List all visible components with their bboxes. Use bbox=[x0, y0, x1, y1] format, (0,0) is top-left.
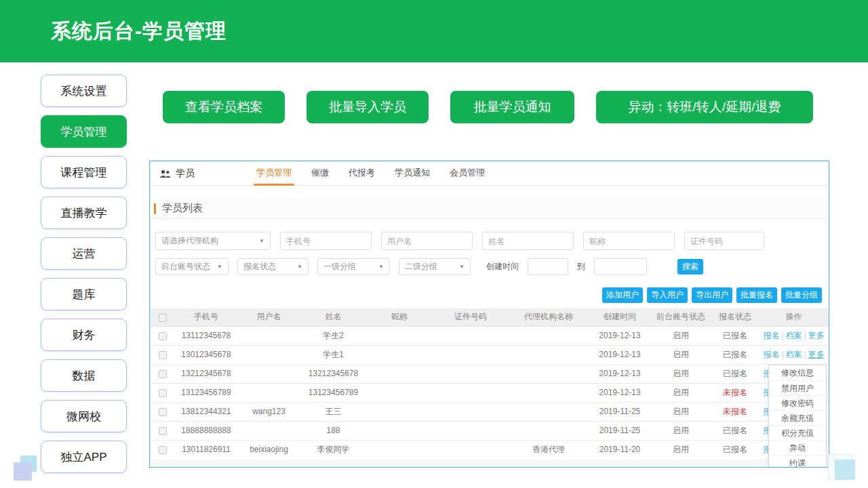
reg-status-select-value: 报名状态 bbox=[243, 261, 276, 272]
row-checkbox[interactable] bbox=[159, 446, 167, 454]
ops-separator: | bbox=[781, 331, 783, 340]
group-level2-select[interactable]: 二级分组 ▼ bbox=[399, 258, 471, 275]
row-checkbox[interactable] bbox=[159, 370, 167, 378]
sidebar-item-finance[interactable]: 财务 bbox=[41, 319, 127, 351]
cell-agency bbox=[508, 421, 589, 440]
enroll-link[interactable]: 报名 bbox=[763, 350, 779, 359]
menu-item-disable-user[interactable]: 禁用用户 bbox=[769, 380, 826, 395]
sidebar-item-standalone-app[interactable]: 独立APP bbox=[41, 441, 127, 473]
batch-enroll-button[interactable]: 批量报名 bbox=[736, 287, 777, 303]
cell-agency bbox=[508, 383, 589, 402]
sidebar: 系统设置 学员管理 课程管理 直播教学 运营 题库 财务 数据 微网校 独立AP… bbox=[41, 75, 127, 481]
view-student-archive-button[interactable]: 查看学员档案 bbox=[163, 91, 285, 123]
batch-student-notice-button[interactable]: 批量学员通知 bbox=[450, 91, 574, 123]
sidebar-item-question-bank[interactable]: 题库 bbox=[41, 278, 127, 310]
row-checkbox[interactable] bbox=[159, 332, 167, 340]
username-filter-input[interactable] bbox=[381, 232, 473, 250]
menu-item-balance-recharge[interactable]: 余额充值 bbox=[769, 410, 826, 425]
name-filter-input[interactable] bbox=[482, 232, 574, 250]
tab-student-management[interactable]: 学员管理 bbox=[255, 161, 293, 186]
reg-status-select[interactable]: 报名状态 ▼ bbox=[237, 258, 309, 275]
chevron-down-icon: ▼ bbox=[217, 264, 222, 270]
import-users-button[interactable]: 导入用户 bbox=[647, 287, 688, 303]
more-link[interactable]: 更多 bbox=[808, 331, 825, 340]
cell-phone: 13112345678 bbox=[176, 326, 237, 345]
batch-group-button[interactable]: 批量分组 bbox=[781, 287, 822, 303]
cell-username bbox=[237, 326, 301, 345]
cell-account-status: 启用 bbox=[650, 421, 711, 440]
table-row: 13012345678 学生1 2019-12-13 启用 已报名 报名|档案|… bbox=[150, 345, 829, 364]
menu-item-transfer-change[interactable]: 异动 bbox=[769, 440, 826, 455]
cell-account-status: 启用 bbox=[650, 402, 711, 421]
checkbox-cell bbox=[150, 345, 176, 364]
group-level1-select[interactable]: 一级分组 ▼ bbox=[317, 258, 390, 275]
cell-id-number bbox=[433, 402, 508, 421]
sidebar-item-course-management[interactable]: 课程管理 bbox=[41, 156, 127, 188]
created-from-input[interactable] bbox=[528, 258, 568, 275]
cell-agency bbox=[508, 402, 589, 421]
agency-select[interactable]: 请选择代理机构 ▼ bbox=[155, 232, 271, 250]
row-checkbox[interactable] bbox=[159, 389, 167, 397]
cell-account-status: 启用 bbox=[650, 440, 711, 459]
sidebar-item-live-teaching[interactable]: 直播教学 bbox=[41, 197, 127, 229]
add-user-button[interactable]: 添加用户 bbox=[602, 287, 643, 303]
batch-import-students-button[interactable]: 批量导入学员 bbox=[307, 91, 429, 123]
export-users-button[interactable]: 导出用户 bbox=[692, 287, 732, 303]
id-number-filter-input[interactable] bbox=[684, 232, 764, 250]
chevron-down-icon: ▼ bbox=[378, 264, 384, 270]
sidebar-item-operations[interactable]: 运营 bbox=[41, 237, 127, 270]
transfer-change-button[interactable]: 异动：转班/转人/延期/退费 bbox=[596, 91, 813, 123]
decor-square bbox=[835, 460, 855, 480]
phone-filter-input[interactable] bbox=[280, 232, 372, 250]
row-checkbox[interactable] bbox=[159, 351, 167, 359]
ops-separator: | bbox=[804, 331, 806, 340]
chevron-down-icon: ▼ bbox=[459, 264, 465, 270]
tab-member-management[interactable]: 会员管理 bbox=[448, 161, 486, 186]
archive-link[interactable]: 档案 bbox=[786, 331, 802, 340]
cell-phone: 13212345678 bbox=[176, 364, 237, 383]
cell-name: 李俊同学 bbox=[301, 440, 366, 459]
created-time-label: 创建时间 bbox=[486, 261, 519, 272]
search-button[interactable]: 搜索 bbox=[677, 259, 703, 274]
select-all-checkbox[interactable] bbox=[159, 314, 167, 322]
tab-student-notice[interactable]: 学员通知 bbox=[393, 161, 431, 186]
menu-item-edit-info[interactable]: 修改信息 bbox=[769, 365, 826, 380]
col-agency: 代理机构名称 bbox=[508, 308, 589, 326]
cell-name: 王三 bbox=[301, 402, 366, 421]
checkbox-cell bbox=[150, 421, 176, 440]
col-username: 用户名 bbox=[237, 308, 301, 326]
col-id-number: 证件号码 bbox=[433, 308, 508, 326]
cell-created: 2019-11-20 bbox=[589, 440, 650, 459]
pagination-strip bbox=[150, 459, 829, 467]
tab-proxy-exam[interactable]: 代报考 bbox=[347, 161, 376, 186]
more-link[interactable]: 更多 bbox=[808, 350, 825, 359]
col-created: 创建时间 bbox=[589, 308, 650, 326]
menu-item-book-lesson[interactable]: 约课 bbox=[769, 455, 826, 468]
student-panel: 学员 学员管理 催缴 代报考 学员通知 会员管理 学员列表 请选择代理机构 ▼ … bbox=[149, 161, 829, 468]
cell-agency: 香港代理 bbox=[508, 440, 589, 459]
sidebar-item-student-management[interactable]: 学员管理 bbox=[41, 115, 127, 148]
created-to-input[interactable] bbox=[594, 258, 647, 275]
menu-item-points-recharge[interactable]: 积分充值 bbox=[769, 425, 826, 440]
cell-nickname bbox=[366, 402, 433, 421]
menu-item-change-password[interactable]: 修改密码 bbox=[769, 395, 826, 410]
row-checkbox[interactable] bbox=[159, 427, 167, 435]
sidebar-item-data[interactable]: 数据 bbox=[41, 359, 127, 392]
cell-username bbox=[237, 421, 301, 440]
row-checkbox[interactable] bbox=[159, 408, 167, 416]
account-status-select[interactable]: 前台账号状态 ▼ bbox=[155, 258, 229, 275]
cell-reg-status: 已报名 bbox=[711, 440, 759, 459]
nickname-filter-input[interactable] bbox=[583, 232, 675, 250]
tab-dunning[interactable]: 催缴 bbox=[310, 161, 330, 186]
cell-username bbox=[237, 383, 301, 402]
enroll-link[interactable]: 报名 bbox=[763, 331, 779, 340]
panel-title: 学员 bbox=[176, 167, 195, 180]
cell-id-number bbox=[433, 440, 508, 459]
section-title: 学员列表 bbox=[162, 202, 203, 215]
table-actions: 添加用户 导入用户 导出用户 批量报名 批量分组 bbox=[602, 287, 822, 303]
table-row: 13011826911 beixiaojing 李俊同学 香港代理 2019-1… bbox=[150, 440, 829, 459]
archive-link[interactable]: 档案 bbox=[786, 350, 802, 359]
sidebar-item-micro-school[interactable]: 微网校 bbox=[41, 400, 127, 432]
sidebar-item-system-settings[interactable]: 系统设置 bbox=[41, 75, 127, 107]
cell-agency bbox=[508, 364, 589, 383]
